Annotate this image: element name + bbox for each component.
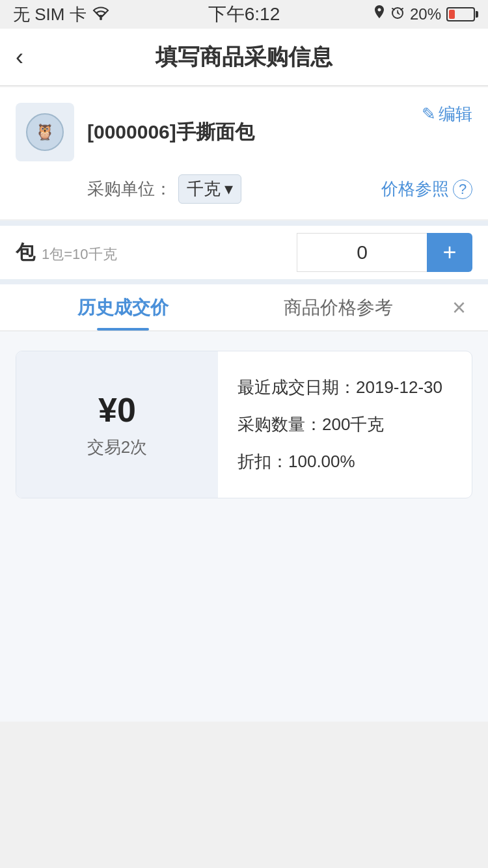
- edit-label: 编辑: [439, 103, 472, 126]
- quantity-left: 包 1包=10千克: [16, 239, 117, 266]
- status-left: 无 SIM 卡: [13, 3, 110, 26]
- tabs-container: 历史成交价 商品价格参考 ×: [0, 279, 488, 331]
- transaction-price: ¥0: [98, 390, 136, 429]
- tx-quantity-label: 采购数量：: [237, 414, 322, 434]
- page-header: ‹ 填写商品采购信息: [0, 29, 488, 86]
- tx-discount-value: 100.00%: [288, 452, 355, 471]
- tx-quantity-row: 采购数量：200千克: [237, 412, 452, 437]
- chevron-down-icon: ▾: [224, 179, 233, 199]
- qty-plus-button[interactable]: +: [427, 233, 472, 272]
- tx-discount-row: 折扣：100.00%: [237, 449, 452, 474]
- wifi-icon: [92, 5, 110, 25]
- product-top: 🦉 [0000006]手撕面包 ✎ 编辑: [16, 103, 472, 161]
- product-unit-row: 采购单位： 千克 ▾ 价格参照 ?: [16, 174, 472, 204]
- back-button[interactable]: ‹: [16, 44, 23, 71]
- transaction-section: ¥0 交易2次 最近成交日期：2019-12-30 采购数量：200千克 折扣：…: [0, 331, 488, 722]
- tx-recent-date-label: 最近成交日期：: [237, 377, 356, 397]
- product-id: [0000006]: [87, 121, 176, 142]
- qty-unit-big: 包: [16, 239, 35, 266]
- unit-selector-group: 采购单位： 千克 ▾: [87, 174, 241, 204]
- price-ref-button[interactable]: 价格参照 ?: [381, 178, 472, 200]
- battery-percent: 20%: [410, 5, 441, 23]
- unit-label: 采购单位：: [87, 178, 172, 200]
- svg-text:🦉: 🦉: [35, 122, 55, 141]
- battery-icon: [446, 7, 475, 21]
- help-icon: ?: [453, 180, 472, 199]
- transaction-left: ¥0 交易2次: [16, 351, 218, 498]
- carrier-label: 无 SIM 卡: [13, 3, 87, 26]
- tx-discount-label: 折扣：: [237, 452, 288, 471]
- tx-recent-date-row: 最近成交日期：2019-12-30: [237, 375, 452, 400]
- unit-select[interactable]: 千克 ▾: [178, 174, 241, 204]
- transaction-right: 最近成交日期：2019-12-30 采购数量：200千克 折扣：100.00%: [218, 351, 472, 498]
- product-image: 🦉: [16, 103, 74, 161]
- status-bar: 无 SIM 卡 下午6:12 20%: [0, 0, 488, 29]
- price-ref-label: 价格参照: [381, 178, 449, 200]
- qty-control: +: [297, 233, 472, 272]
- location-icon: [373, 5, 385, 23]
- tab-close-button[interactable]: ×: [446, 294, 472, 321]
- product-name: 手撕面包: [176, 121, 254, 142]
- product-card: 🦉 [0000006]手撕面包 ✎ 编辑 采购单位： 千克 ▾ 价格参照 ?: [0, 87, 488, 219]
- status-time: 下午6:12: [208, 2, 280, 27]
- transaction-times: 交易2次: [87, 436, 147, 459]
- tx-quantity-value: 200千克: [322, 414, 384, 434]
- unit-value: 千克: [187, 178, 221, 200]
- transaction-card: ¥0 交易2次 最近成交日期：2019-12-30 采购数量：200千克 折扣：…: [16, 351, 472, 498]
- tx-recent-date-value: 2019-12-30: [356, 377, 442, 397]
- status-right: 20%: [373, 5, 475, 23]
- product-left: 🦉 [0000006]手撕面包: [16, 103, 254, 161]
- qty-input[interactable]: [297, 233, 427, 272]
- page-title: 填写商品采购信息: [156, 42, 332, 72]
- tab-price-ref[interactable]: 商品价格参考: [230, 284, 445, 331]
- edit-button[interactable]: ✎ 编辑: [422, 103, 472, 126]
- edit-icon: ✎: [422, 104, 436, 124]
- quantity-row: 包 1包=10千克 +: [0, 221, 488, 279]
- svg-point-0: [100, 18, 102, 20]
- alarm-icon: [390, 5, 405, 23]
- qty-unit-sub: 1包=10千克: [42, 245, 117, 264]
- product-name-group: [0000006]手撕面包: [87, 119, 254, 146]
- tab-history-price[interactable]: 历史成交价: [16, 284, 230, 331]
